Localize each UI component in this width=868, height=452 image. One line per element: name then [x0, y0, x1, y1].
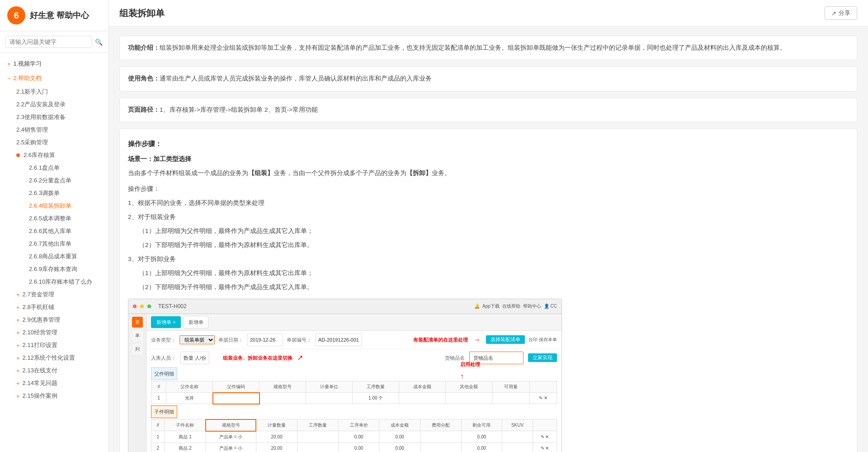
ss-arrow3: ↑	[460, 369, 480, 384]
sidebar-item-sales[interactable]: 2.4销售管理	[13, 124, 108, 136]
ss-th-spec: 规格型号	[259, 381, 306, 393]
nav-sub-docs: 2.1新手入门 2.2产品安装及登录 2.3使用前数据准备 2.4销售管理 2.…	[0, 86, 108, 402]
ss-date-val: 2019-12-26	[247, 333, 283, 346]
plus-icon-print: +	[16, 342, 20, 349]
path-text: 页面路径：1、库存核算->库存管理->组装拆卸单 2、首页->常用功能	[128, 105, 849, 115]
sidebar-item-docs[interactable]: − 2.帮助文档	[0, 71, 108, 86]
active-dot	[16, 153, 20, 157]
role-text: 使用角色：通常由生产人员或库管人员完成拆装业务的操作，库管人员确认原材料的出库和…	[128, 73, 849, 84]
role-label: 使用角色：	[128, 75, 160, 82]
search-icon[interactable]: 🔍	[95, 38, 103, 46]
main-header: 组装拆卸单 ↗ 分享	[108, 0, 868, 27]
ss-bth-name: 子件名称	[165, 419, 206, 431]
ss-cell-qty: 1.00 个	[353, 393, 399, 404]
sidebar-item-inventory[interactable]: 2.6库存核算	[13, 149, 108, 162]
sidebar-item-cases[interactable]: + 2.15操作案例	[13, 390, 108, 402]
sidebar-item-cost-adjust[interactable]: 2.6.5成本调整单	[25, 212, 108, 225]
ss-th-parent-code: 父件编码	[213, 381, 259, 393]
ss-num-label: 入库人员：	[151, 353, 176, 363]
sidebar-item-stock-query[interactable]: 2.6.9库存账本查询	[25, 263, 108, 276]
ss-doc-icon: 单	[132, 330, 143, 341]
screenshot-title-text: TEST-H002	[158, 301, 187, 312]
share-icon: ↗	[831, 10, 836, 17]
plus-icon-cases: +	[16, 393, 20, 400]
step3-2: （2）下部明细为子件明细，最终作为产成品生成其它入库单。	[128, 281, 849, 293]
ss-annotation3-text: 启用处理	[460, 362, 480, 367]
ss-bottom-table-label: 子件明细	[151, 405, 177, 418]
plus-icon-op: +	[16, 329, 20, 336]
ss-arrow2: ↗	[297, 351, 303, 365]
sidebar-item-goods-cost[interactable]: 2.6.8商品成本重算	[25, 250, 108, 263]
ss-bth-remain: 剩余可用	[461, 419, 502, 431]
scene1-desc: 当由多个子件材料组装成一个成品的业务为【组装】业务，当由一个父件拆分成多个子产品…	[128, 167, 849, 179]
ss-cell-action: ✎ ✕	[529, 393, 557, 404]
minus-icon: −	[7, 75, 11, 82]
ss-num-val: 数量 人/份	[180, 352, 209, 364]
sidebar-item-finance[interactable]: + 2.7资金管理	[13, 288, 108, 301]
screenshot-inner: 首 单 列 新增单 × 新增单	[128, 314, 561, 452]
sidebar-item-newcomer[interactable]: 2.1新手入门	[13, 86, 108, 98]
step2-1: （1）上部明细为父件明细，最终作为产成品生成其它入库单；	[128, 225, 849, 237]
sidebar-item-adjust[interactable]: 2.6.3调拨单	[25, 187, 108, 200]
ss-type-select[interactable]: 组装单据 拆卸单据	[179, 335, 215, 344]
step2-2: （2）下部明细为子件明细，最终作为原材料生成其它出库单。	[128, 239, 849, 251]
main-content: 组装拆卸单 ↗ 分享 功能介绍：组装拆卸单用来处理企业组装或拆卸等加工业务，支持…	[108, 0, 868, 452]
sidebar-item-partial-count[interactable]: 2.6.2分量盘点单	[25, 174, 108, 187]
sidebar-item-payment[interactable]: + 2.13在线支付	[13, 364, 108, 377]
function-intro-block: 功能介绍：组装拆卸单用来处理企业组装或拆卸等加工业务，支持有固定装配清单的产品加…	[119, 36, 857, 60]
sidebar-item-coupon[interactable]: + 2.9优惠券管理	[13, 314, 108, 326]
share-button[interactable]: ↗ 分享	[825, 6, 857, 20]
ss-bth-wseq: 工序数量	[297, 419, 339, 431]
ss-top-table: # 父件名称 父件编码 规格型号 计量单位 工序数量 成本金额 其他金额	[151, 381, 557, 404]
ss-th-cost: 成本金额	[399, 381, 446, 393]
function-intro-label: 功能介绍：	[128, 44, 160, 51]
ss-th-parent-name: 父件名称	[166, 381, 213, 393]
ss-user-icon: 帮助中心	[523, 302, 541, 311]
sidebar-item-mobile[interactable]: + 2.8手机旺铺	[13, 301, 108, 314]
screenshot-titlebar: TEST-H002 🔔 App下载 在线帮助 帮助中心 👤 CC	[128, 299, 561, 314]
plus-icon-mobile: +	[16, 304, 20, 311]
ss-form-row-1: 业务类型： 组装单据 拆卸单据 单据日期： 2019-12-26 单据编号： A…	[146, 331, 561, 349]
sidebar-item-personalize[interactable]: + 2.12系统个性化设置	[13, 352, 108, 364]
ss-help-icon: 在线帮助	[502, 302, 520, 311]
sidebar: 6 好生意 帮助中心 🔍 + 1.视频学习 − 2.帮助文档 2.1新手入门 2…	[0, 0, 108, 452]
ss-top-table-area: 父件明细 # 父件名称 父件编码 规格型号 计量单位	[146, 366, 561, 405]
ss-annotation1: 有装配清单的在这里处理	[413, 335, 468, 345]
sidebar-item-data-prep[interactable]: 2.3使用前数据准备	[13, 111, 108, 124]
ss-th-unit: 计量单位	[306, 381, 353, 393]
sidebar-item-purchase[interactable]: 2.5采购管理	[13, 136, 108, 149]
sidebar-item-other-in[interactable]: 2.6.6其他入库单	[25, 225, 108, 238]
sidebar-item-install[interactable]: 2.2产品安装及登录	[13, 98, 108, 111]
sidebar-item-video[interactable]: + 1.视频学习	[0, 57, 108, 71]
search-box: 🔍	[0, 31, 108, 53]
table-row: 1 商品 1 产品单 = 小 20.00 0.00 0.00	[151, 431, 557, 443]
sidebar-header: 6 好生意 帮助中心	[0, 0, 108, 31]
ss-assembly-btn[interactable]: 选择装配清单	[486, 335, 525, 344]
sidebar-item-assembly[interactable]: 2.6.4组装拆卸单	[25, 200, 108, 212]
table-row: 2 商品 2 产品单 = 小 20.00 0.00 0.00	[151, 442, 557, 452]
sidebar-item-operation[interactable]: + 2.10经营管理	[13, 326, 108, 339]
ss-arrow1: →	[473, 333, 481, 347]
ss-avatar: 👤 CC	[544, 302, 557, 311]
sidebar-item-faq[interactable]: + 2.14常见问题	[13, 377, 108, 390]
plus-icon-pay: +	[16, 367, 20, 374]
plus-icon: +	[7, 61, 11, 67]
ss-tab-bar: 新增单 × 新增单	[146, 314, 561, 331]
ss-cell-unit	[306, 393, 353, 404]
plus-icon-coupon: +	[16, 317, 20, 324]
sidebar-item-stock-count[interactable]: 2.6.1盘点单	[25, 162, 108, 174]
ss-cell-spec	[259, 393, 306, 404]
screenshot-mockup: TEST-H002 🔔 App下载 在线帮助 帮助中心 👤 CC 首	[128, 299, 562, 452]
sidebar-item-other-out[interactable]: 2.6.7其他出库单	[25, 238, 108, 250]
search-input[interactable]	[5, 36, 92, 48]
sidebar-item-print[interactable]: + 2.11打印设置	[13, 339, 108, 352]
ss-bth-alloc: 费用分配	[420, 419, 461, 431]
plus-icon-faq: +	[16, 380, 20, 387]
scene1-steps-label: 操作步骤：	[128, 183, 849, 195]
ss-confirm-btn[interactable]: 立家实现	[528, 353, 557, 362]
ss-main-area: 新增单 × 新增单 业务类型： 组装单据 拆卸单据	[146, 314, 561, 452]
sidebar-item-account-err[interactable]: 2.6.10库存账本错了么办	[25, 276, 108, 288]
ss-row2: 入库人员： 数量 人/份 组装业务、拆卸业务在这里切换 ↗ 货物品名 货物品名	[146, 349, 561, 366]
path-label: 页面路径：	[128, 106, 160, 113]
ss-annotation3: 启用处理 ↑	[460, 359, 480, 384]
